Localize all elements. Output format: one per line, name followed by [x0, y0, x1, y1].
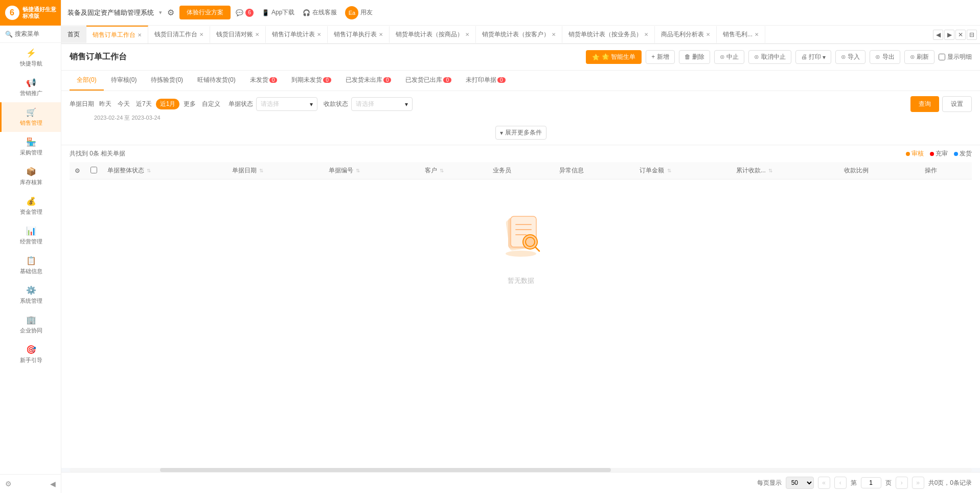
last-page-button[interactable]: »	[912, 477, 924, 489]
topbar-gear-icon[interactable]: ⚙	[167, 8, 174, 17]
settings-icon[interactable]: ⚙	[5, 480, 12, 488]
sidebar-item-finance[interactable]: 💰 资金管理	[0, 191, 61, 221]
page-input[interactable]	[861, 477, 881, 488]
unreview-btn[interactable]: 充审	[930, 149, 948, 158]
scrollbar-thumb[interactable]	[160, 468, 611, 472]
tab-close-current[interactable]: ✕	[955, 30, 966, 40]
show-detail-checkbox[interactable]: 显示明细	[939, 53, 972, 61]
collapse-icon[interactable]: ◀	[50, 480, 56, 488]
tab-close-sales-extra[interactable]: ✕	[755, 32, 759, 37]
smart-create-button[interactable]: ⭐ 🌟 智能生单	[586, 50, 642, 64]
tab-close-cash-reconcile[interactable]: ✕	[255, 32, 259, 37]
th-config[interactable]: ⚙	[70, 162, 85, 180]
subtab-pending-review[interactable]: 待审核(0)	[104, 71, 144, 91]
status-filter-select[interactable]: 请选择 ▾	[256, 97, 317, 111]
payment-filter-select[interactable]: 请选择 ▾	[351, 97, 413, 111]
refresh-button[interactable]: ⊙ 刷新	[904, 50, 935, 64]
first-page-button[interactable]: «	[818, 477, 830, 489]
export-button[interactable]: ⊙ 导出	[870, 50, 900, 64]
tab-scroll-left[interactable]: ◀	[933, 30, 943, 40]
tab-sales-extra[interactable]: 销售毛利... ✕	[717, 26, 765, 43]
date-yesterday[interactable]: 昨天	[97, 99, 113, 109]
import-button[interactable]: ⊙ 导入	[835, 50, 865, 64]
tab-close-sales-workbench[interactable]: ✕	[138, 32, 142, 38]
tab-home[interactable]: 首页	[61, 26, 86, 43]
tab-gross-profit[interactable]: 商品毛利分析表 ✕	[655, 26, 717, 43]
app-download-item[interactable]: 📱 App下载	[262, 8, 294, 17]
prev-page-button[interactable]: ‹	[834, 477, 847, 489]
subtab-wangpu-pending[interactable]: 旺铺待发货(0)	[190, 71, 243, 91]
review-btn[interactable]: 审核	[906, 149, 924, 158]
solution-button[interactable]: 体验行业方案	[179, 6, 231, 19]
sort-number-icon[interactable]: ⇅	[356, 168, 360, 173]
subtab-shipped-not-warehouse[interactable]: 已发货未出库0	[338, 71, 399, 91]
sort-amount-icon[interactable]: ⇅	[667, 168, 671, 173]
stop-button[interactable]: ⊙ 中止	[714, 50, 744, 64]
tab-close-sales-stat2[interactable]: ✕	[465, 32, 469, 37]
date-more[interactable]: 更多	[181, 99, 198, 109]
date-custom[interactable]: 自定义	[200, 99, 222, 109]
ship-btn[interactable]: 发货	[954, 149, 972, 158]
tab-sales-exec[interactable]: 销售订单执行表 ✕	[328, 26, 390, 43]
tab-close-gross-profit[interactable]: ✕	[706, 32, 710, 37]
tab-sales-stat2[interactable]: 销货单统计表（按商品） ✕	[390, 26, 476, 43]
tab-sales-stat[interactable]: 销售订单统计表 ✕	[266, 26, 328, 43]
tab-cash-reconcile[interactable]: 钱货日清对账 ✕	[210, 26, 266, 43]
messages-icon-item[interactable]: 💬 6	[236, 9, 254, 17]
sidebar-item-newbie[interactable]: 🎯 新手引导	[0, 340, 61, 369]
th-ratio: 收款比例	[839, 162, 920, 180]
svg-point-0	[506, 251, 536, 257]
sidebar-item-enterprise[interactable]: 🏢 企业协同	[0, 310, 61, 340]
scrollbar-area[interactable]	[70, 468, 972, 472]
search-menu[interactable]: 🔍 搜索菜单	[0, 26, 61, 43]
sort-customer-icon[interactable]: ⇅	[440, 168, 444, 173]
sidebar-item-marketing[interactable]: 📢 营销推广	[0, 73, 61, 102]
sidebar-item-inventory[interactable]: 📦 库存核算	[0, 162, 61, 191]
online-service-item[interactable]: 🎧 在线客服	[303, 8, 337, 17]
sidebar-item-sales[interactable]: 🛒 销售管理	[0, 102, 61, 132]
subtab-pending-inspect[interactable]: 待拣验货(0)	[144, 71, 190, 91]
tab-close-sales-stat[interactable]: ✕	[317, 32, 321, 37]
cancel-stop-button[interactable]: ⊙ 取消中止	[748, 50, 791, 64]
subtab-shipped-warehouse[interactable]: 已发货已出库0	[398, 71, 459, 91]
tab-sales-stat4[interactable]: 销货单统计表（按业务员） ✕	[562, 26, 655, 43]
sidebar-item-fast-nav[interactable]: ⚡ 快捷导航	[0, 43, 61, 73]
tab-cash-daily[interactable]: 钱货日清工作台 ✕	[148, 26, 210, 43]
query-button[interactable]: 查询	[910, 96, 939, 112]
subtab-all[interactable]: 全部(0)	[70, 71, 104, 91]
next-page-button[interactable]: ›	[896, 477, 908, 489]
tab-sales-stat3[interactable]: 销货单统计表（按客户） ✕	[476, 26, 562, 43]
page-size-select[interactable]: 50 100 200	[786, 477, 814, 489]
date-7days[interactable]: 近7天	[134, 99, 154, 109]
tab-menu[interactable]: ⊟	[967, 30, 977, 40]
sort-status-icon[interactable]: ⇅	[147, 168, 151, 173]
add-button[interactable]: + 新增	[646, 50, 674, 64]
show-detail-input[interactable]	[939, 54, 945, 60]
expand-filters-button[interactable]: ▾ 展开更多条件	[495, 126, 546, 140]
tab-scroll-right[interactable]: ▶	[944, 30, 954, 40]
tab-sales-workbench[interactable]: 销售订单工作台 ✕	[86, 26, 148, 43]
delete-button[interactable]: 🗑 删除	[679, 50, 710, 64]
sort-date-icon[interactable]: ⇅	[259, 168, 263, 173]
user-menu-item[interactable]: Ea 用友	[345, 6, 373, 19]
tab-close-sales-stat4[interactable]: ✕	[644, 32, 648, 37]
sidebar-item-system[interactable]: ⚙️ 系统管理	[0, 280, 61, 310]
sidebar-item-purchase[interactable]: 🏪 采购管理	[0, 132, 61, 162]
summary-text: 共找到 0条 相关单据	[70, 149, 125, 158]
sort-collected-icon[interactable]: ⇅	[768, 168, 772, 173]
sidebar-item-operation[interactable]: 📊 经营管理	[0, 221, 61, 251]
tab-close-cash-daily[interactable]: ✕	[199, 32, 203, 37]
date-today[interactable]: 今天	[116, 99, 132, 109]
th-checkbox[interactable]	[85, 162, 102, 180]
subtab-not-printed[interactable]: 未打印单据0	[459, 71, 513, 91]
tab-close-sales-stat3[interactable]: ✕	[552, 32, 556, 37]
tab-close-sales-exec[interactable]: ✕	[379, 32, 383, 37]
subtab-not-shipped[interactable]: 未发货0	[243, 71, 285, 91]
sidebar-item-basic[interactable]: 📋 基础信息	[0, 251, 61, 280]
set-button[interactable]: 设置	[942, 96, 972, 112]
date-1month[interactable]: 近1月	[156, 99, 180, 109]
select-all-checkbox[interactable]	[90, 167, 97, 173]
print-button[interactable]: 🖨 打印 ▾	[795, 50, 831, 64]
subtab-overdue-not-shipped[interactable]: 到期未发货0	[284, 71, 338, 91]
date-filter-label: 单据日期	[70, 100, 94, 108]
